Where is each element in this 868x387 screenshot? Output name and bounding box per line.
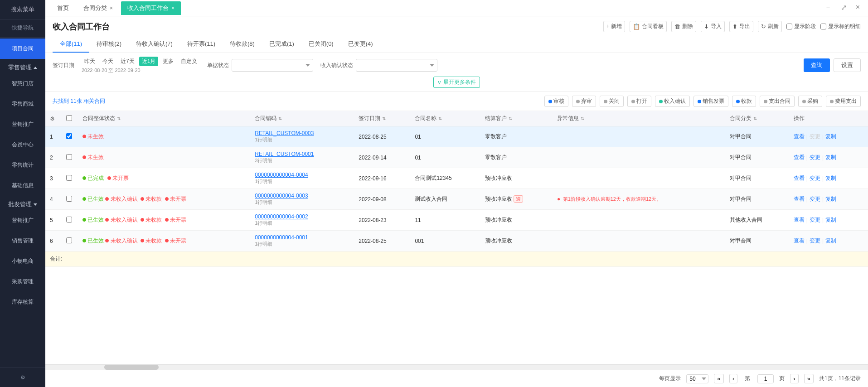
tab-contract-type-close[interactable]: ×	[110, 5, 113, 11]
sidebar-item-smart-store[interactable]: 智慧门店	[0, 73, 45, 94]
row4-code-link[interactable]: 0000000000004-0003	[255, 193, 349, 199]
sub-tab-pending-payment[interactable]: 待收款(8)	[223, 36, 262, 53]
row5-copy-btn[interactable]: 复制	[825, 216, 836, 224]
row1-copy-btn[interactable]: 复制	[825, 133, 836, 140]
sub-tab-all[interactable]: 全部(11)	[53, 36, 89, 53]
income-confirm-select[interactable]	[356, 59, 437, 72]
sidebar-item-purchase-mgmt[interactable]: 采购管理	[0, 271, 45, 292]
customer-sort-icon[interactable]: ⇅	[509, 116, 512, 121]
row5-checkbox[interactable]	[62, 210, 78, 231]
row1-checkbox-input[interactable]	[66, 133, 72, 139]
category-sort-icon[interactable]: ⇅	[753, 116, 757, 121]
expense-contract-action-btn[interactable]: 支出合同	[760, 96, 795, 107]
sign-date-sort-icon[interactable]: ⇅	[382, 116, 386, 121]
row5-view-btn[interactable]: 查看	[794, 216, 805, 224]
row2-copy-btn[interactable]: 复制	[825, 154, 836, 161]
row3-view-btn[interactable]: 查看	[794, 174, 805, 182]
prev-page-btn[interactable]: ‹	[729, 374, 737, 383]
row1-checkbox[interactable]	[62, 126, 78, 147]
col-settings[interactable]: ⚙	[45, 111, 62, 126]
delete-button[interactable]: 🗑 删除	[671, 21, 696, 32]
tab-maximize-btn[interactable]: ⤢	[838, 2, 849, 14]
sub-tab-pending-income-confirm[interactable]: 待收入确认(7)	[129, 36, 180, 53]
sub-tab-pending-invoice[interactable]: 待开票(11)	[180, 36, 223, 53]
sub-tab-changed[interactable]: 已变更(4)	[341, 36, 380, 53]
sidebar-item-xiaochangec[interactable]: 小畅电商	[0, 251, 45, 271]
row3-code-link[interactable]: 0000000000004-0004	[255, 172, 349, 178]
row3-change-btn[interactable]: 变更	[810, 174, 820, 182]
expense-payment-action-btn[interactable]: 费用支出	[826, 96, 861, 107]
row1-view-btn[interactable]: 查看	[794, 133, 805, 140]
income-confirm-action-btn[interactable]: 收入确认	[655, 96, 690, 107]
payment-action-btn[interactable]: 收款	[732, 96, 756, 107]
row1-code-link[interactable]: RETAIL_CUSTOM-0003	[255, 130, 349, 136]
sidebar-search[interactable]: 搜索菜单	[0, 0, 45, 19]
date-custom-btn[interactable]: 自定义	[178, 57, 200, 66]
status-sort-icon[interactable]: ⇅	[117, 116, 121, 121]
last-page-btn[interactable]: »	[804, 374, 814, 383]
show-fields-input[interactable]	[786, 24, 792, 29]
sidebar-item-retail-mgmt[interactable]: 零售管理	[0, 59, 45, 73]
sub-tab-pending-review[interactable]: 待审核(2)	[89, 36, 129, 53]
refresh-button[interactable]: ↻ 刷新	[758, 21, 782, 32]
tab-income-contract-close[interactable]: ×	[171, 5, 175, 11]
sidebar-item-base-info[interactable]: 基础信息	[0, 175, 45, 196]
page-number-input[interactable]	[757, 374, 774, 383]
import-button[interactable]: ⬇ 导入	[701, 21, 725, 32]
row4-checkbox[interactable]	[62, 189, 78, 210]
date-today-btn[interactable]: 今天	[100, 57, 116, 66]
sidebar-settings-btn[interactable]: ⚙	[0, 368, 45, 387]
row2-view-btn[interactable]: 查看	[794, 154, 805, 161]
tab-income-contract[interactable]: 收入合同工作台 ×	[121, 1, 181, 15]
show-detail-checkbox[interactable]: 显示标的明细	[820, 23, 861, 30]
sidebar-item-project[interactable]: 项目合同	[0, 39, 45, 59]
row6-checkbox-input[interactable]	[66, 237, 72, 243]
doc-status-select[interactable]	[232, 59, 313, 72]
tab-contract-type[interactable]: 合同分类 ×	[77, 1, 119, 15]
expand-conditions-btn[interactable]: ∨ 展开更多条件	[433, 77, 480, 88]
code-sort-icon[interactable]: ⇅	[278, 116, 282, 121]
tab-close-all-btn[interactable]: ×	[853, 2, 863, 14]
sidebar-item-member[interactable]: 会员中心	[0, 135, 45, 155]
col-checkbox[interactable]	[62, 111, 78, 126]
tab-home[interactable]: 首页	[51, 1, 75, 15]
show-detail-input[interactable]	[820, 24, 826, 29]
purchase-action-btn[interactable]: 采购	[798, 96, 822, 107]
query-button[interactable]: 查询	[804, 58, 830, 72]
row4-checkbox-input[interactable]	[66, 196, 72, 202]
show-fields-checkbox[interactable]: 显示阶段	[786, 23, 816, 30]
date-yesterday-btn[interactable]: 昨天	[82, 57, 98, 66]
select-all-checkbox[interactable]	[66, 115, 72, 121]
date-1month-btn[interactable]: 近1月	[139, 57, 159, 66]
horizontal-scrollbar[interactable]	[45, 364, 868, 370]
date-7days-btn[interactable]: 近7天	[118, 57, 137, 66]
contract-board-button[interactable]: 📋 合同看板	[630, 21, 667, 32]
row4-change-btn[interactable]: 变更	[810, 195, 820, 203]
row3-checkbox-input[interactable]	[66, 175, 72, 181]
page-size-select[interactable]: 50 10 20 100	[686, 374, 708, 383]
row6-code-link[interactable]: 0000000000004-0001	[255, 234, 349, 241]
filter-setting-button[interactable]: 设置	[834, 58, 861, 72]
date-more-btn[interactable]: 更多	[160, 57, 176, 66]
review-action-btn[interactable]: 审核	[544, 96, 568, 107]
row2-change-btn[interactable]: 变更	[810, 154, 820, 161]
export-button[interactable]: ⬆ 导出	[729, 21, 753, 32]
row6-change-btn[interactable]: 变更	[810, 237, 820, 245]
abnormal-sort-icon[interactable]: ⇅	[581, 116, 584, 121]
row3-copy-btn[interactable]: 复制	[825, 174, 836, 182]
sidebar-item-retail-stats[interactable]: 零售统计	[0, 155, 45, 175]
sidebar-item-wholesale-mgmt[interactable]: 批发管理	[0, 196, 45, 210]
sidebar-item-sales-mgmt[interactable]: 销售管理	[0, 231, 45, 251]
sub-tab-completed[interactable]: 已完成(1)	[262, 36, 301, 53]
tab-minimize-btn[interactable]: －	[822, 2, 834, 14]
name-sort-icon[interactable]: ⇅	[438, 116, 442, 121]
row4-copy-btn[interactable]: 复制	[825, 195, 836, 203]
row6-checkbox[interactable]	[62, 231, 78, 252]
row3-checkbox[interactable]	[62, 168, 78, 189]
sub-tab-closed[interactable]: 已关闭(0)	[301, 36, 341, 53]
sidebar-item-inventory[interactable]: 库存核算	[0, 292, 45, 312]
abandon-action-btn[interactable]: 弃审	[572, 96, 596, 107]
next-page-btn[interactable]: ›	[790, 374, 798, 383]
sidebar-item-marketing[interactable]: 营销推广	[0, 114, 45, 135]
sidebar-item-marketing2[interactable]: 营销推广	[0, 210, 45, 231]
